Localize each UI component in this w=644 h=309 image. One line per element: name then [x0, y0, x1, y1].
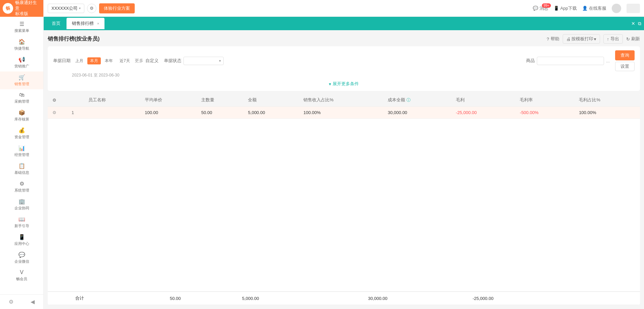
message-badge: 99+ [542, 3, 551, 8]
purchase-icon: 🛍 [19, 92, 25, 98]
wechat-icon: 💬 [18, 252, 25, 258]
sidebar-item-wechat[interactable]: 💬 企业微信 [0, 249, 43, 267]
date-tab-上月[interactable]: 上月 [73, 57, 86, 64]
col-rank [61, 94, 84, 107]
company-name: XXXXXX公司 [51, 5, 78, 11]
sidebar: 畅 畅康通好生意 标准版 ☰ 搜索菜单 🏠 快捷导航 📢 营销推广 🛒 销售管理… [0, 0, 44, 309]
print-button[interactable]: 🖨 按模板打印 ▾ [563, 34, 600, 44]
settings-button[interactable]: 设置 [615, 62, 635, 71]
sales-icon: 🛒 [18, 74, 25, 81]
member-icon: V [20, 269, 24, 275]
app-download-label: App下载 [560, 5, 577, 11]
col-main-qty: 主数量 [197, 94, 244, 107]
goods-input[interactable] [537, 57, 604, 65]
date-filter-label: 单据日期 [53, 58, 71, 64]
app-center-icon: 📱 [18, 234, 25, 240]
refresh-button[interactable]: ↻ 刷新 [626, 36, 640, 42]
tab-close-icon[interactable]: × [97, 21, 99, 25]
export-icon: ↑ [607, 37, 609, 42]
user-avatar[interactable] [612, 4, 621, 13]
expand-filters-btn[interactable]: ▾ 展开更多条件 [53, 81, 635, 87]
col-cost: 成本全额 ⓘ [384, 94, 452, 107]
date-tab-本年[interactable]: 本年 [102, 57, 116, 64]
sidebar-item-operations[interactable]: 📊 经营管理 [0, 142, 43, 160]
help-button[interactable]: ? 帮助 [547, 36, 559, 42]
row-main-qty: 50.00 [197, 107, 244, 119]
table-body: ⚙ 1 100.00 50.00 5,000.00 100.00% 30,000… [48, 107, 640, 119]
sidebar-item-app-center[interactable]: 📱 应用中心 [0, 231, 43, 249]
status-select[interactable] [183, 57, 224, 65]
date-filter: 单据日期 上月本月本年近7天 更多 自定义 [53, 57, 159, 64]
restore-window-icon[interactable]: ⧉ [638, 21, 641, 27]
row-total: 5,000.00 [244, 107, 299, 119]
sidebar-item-search[interactable]: ☰ 搜索菜单 [0, 18, 43, 36]
date-tab-本月[interactable]: 本月 [87, 57, 101, 64]
footer-total: 5,000.00 [238, 292, 333, 305]
footer-gross-ratio [609, 292, 640, 305]
page-title: 销售排行榜(按业务员) [48, 36, 100, 43]
finance-label: 资金管理 [14, 135, 29, 140]
user-name-area[interactable] [627, 4, 640, 13]
col-gross-ratio: 毛利占比% [575, 94, 640, 107]
footer-sales-ratio [333, 292, 364, 305]
inventory-label: 库存核算 [14, 117, 29, 122]
sidebar-item-system[interactable]: ⚙ 系统管理 [0, 178, 43, 196]
refresh-icon: ↻ [626, 37, 630, 42]
topbar: XXXXXX公司 ▾ ⚙ 体验行业方案 💬 消息 99+ 📱 App下载 👤 在… [44, 0, 644, 17]
topbar-settings-btn[interactable]: ⚙ [87, 4, 96, 13]
close-window-icon[interactable]: ✕ [631, 21, 635, 27]
custom-date-btn[interactable]: 自定义 [145, 58, 159, 64]
date-tabs: 上月本月本年近7天 [73, 57, 133, 64]
sidebar-item-member[interactable]: V 畅会员 [0, 267, 43, 284]
sidebar-item-sales[interactable]: 🛒 销售管理 [0, 71, 43, 89]
table-row: ⚙ 1 100.00 50.00 5,000.00 100.00% 30,000… [48, 107, 640, 119]
date-range-display: 2023-06-01 至 2023-06-30 [72, 72, 635, 78]
row-gross-rate: -500.00% [516, 107, 575, 119]
sidebar-bottom: ⚙ ◀ [0, 294, 43, 309]
col-employee: 员工名称 [84, 94, 141, 107]
sidebar-item-guide[interactable]: 📖 新手引导 [0, 213, 43, 231]
footer-total-label: 合计 [71, 292, 135, 305]
status-filter: 单据状态 [164, 57, 224, 65]
tabbar: 首页 销售排行榜 × ✕ ⧉ [44, 17, 644, 30]
date-tab-近7天[interactable]: 近7天 [117, 57, 133, 64]
page-actions: ? 帮助 🖨 按模板打印 ▾ ↑ 导出 ↻ 刷新 [547, 34, 640, 44]
sidebar-collapse-btn[interactable]: ◀ [29, 297, 36, 306]
online-service-group[interactable]: 👤 在线客服 [582, 5, 606, 11]
more-dates-btn[interactable]: 更多 [135, 58, 143, 64]
sidebar-item-purchase[interactable]: 🛍 采购管理 [0, 89, 43, 107]
table-footer: 合计 50.00 5,000.00 30,000.00 -25,000.00 [48, 291, 640, 305]
print-dropdown-icon: ▾ [594, 37, 596, 42]
logo-text: 畅康通好生意 标准版 [15, 0, 41, 17]
company-selector[interactable]: XXXXXX公司 ▾ [48, 4, 84, 13]
app-download-group[interactable]: 📱 App下载 [554, 5, 577, 11]
message-group[interactable]: 💬 消息 99+ [533, 5, 548, 11]
sidebar-settings-btn[interactable]: ⚙ [7, 297, 15, 306]
col-sales-ratio: 销售收入占比% [299, 94, 384, 107]
data-table: ⚙ 员工名称 平均单价 主数量 全额 销售收入占比% 成本全额 ⓘ 毛利 毛利率… [48, 94, 640, 119]
sidebar-item-inventory[interactable]: 📦 库存核算 [0, 107, 43, 124]
trial-button[interactable]: 体验行业方案 [99, 3, 135, 13]
query-button[interactable]: 查询 [615, 50, 635, 60]
export-button[interactable]: ↑ 导出 [603, 34, 623, 44]
footer-avg-price [135, 292, 166, 305]
service-label: 在线客服 [589, 5, 606, 11]
topbar-right: 💬 消息 99+ 📱 App下载 👤 在线客服 [533, 4, 640, 13]
gear-icon: ⚙ [90, 6, 94, 11]
sidebar-item-marketing[interactable]: 📢 营销推广 [0, 54, 43, 71]
marketing-label: 营销推广 [14, 64, 29, 69]
tab-home[interactable]: 首页 [46, 18, 66, 29]
sidebar-item-enterprise[interactable]: 🏢 企业协同 [0, 196, 43, 213]
marketing-icon: 📢 [18, 56, 25, 63]
finance-icon: 💰 [18, 127, 25, 134]
sidebar-item-finance[interactable]: 💰 资金管理 [0, 124, 43, 142]
row-settings-cell[interactable]: ⚙ [48, 107, 61, 119]
goods-more-icon[interactable]: ... [606, 58, 610, 63]
col-gross: 毛利 [452, 94, 516, 107]
sidebar-item-basic-info[interactable]: 📋 基础信息 [0, 160, 43, 178]
filter-area: 单据日期 上月本月本年近7天 更多 自定义 单据状态 [48, 46, 640, 91]
sidebar-item-quick-nav[interactable]: 🏠 快捷导航 [0, 36, 43, 54]
col-settings[interactable]: ⚙ [48, 94, 61, 107]
tab-sales-ranking[interactable]: 销售排行榜 × [67, 18, 104, 29]
footer-main-qty: 50.00 [166, 292, 238, 305]
